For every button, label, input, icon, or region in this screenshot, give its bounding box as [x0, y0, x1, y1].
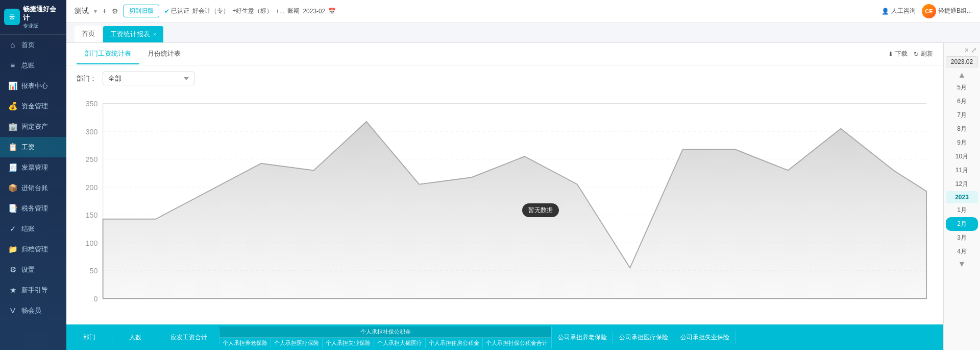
sub-tab-monthly-stats[interactable]: 月份统计表	[139, 44, 189, 64]
consult-icon: 👤	[881, 8, 889, 15]
tabs-bar: 首页 工资统计报表 ×	[66, 22, 980, 43]
sidebar-item-label: 首页	[21, 40, 58, 50]
sidebar-item-salary[interactable]: 📋 工资	[0, 137, 66, 157]
dropdown-arrow-icon[interactable]: ▾	[94, 8, 97, 15]
col-personal-total: 个人承担社保公积金合计	[483, 338, 551, 348]
sidebar-item-fixed-assets[interactable]: 🏢 固定资产	[0, 116, 66, 137]
sub-tab-monthly-stats-label: 月份统计表	[148, 50, 181, 57]
filter-bar: 部门： 全部 研发部 销售部 行政部 财务部	[66, 65, 943, 91]
svg-text:0: 0	[93, 294, 97, 302]
month-item-12[interactable]: 12月	[946, 177, 978, 191]
main-content: 部门工资统计表 月份统计表 ⬇ 下载 ↻ 刷新	[66, 43, 943, 350]
sidebar-item-archive-mgmt[interactable]: 📁 归档管理	[0, 239, 66, 260]
sidebar-item-fund-mgmt[interactable]: 💰 资金管理	[0, 96, 66, 116]
date-nav-down-icon[interactable]: ▼	[957, 259, 967, 270]
sidebar-item-label: 资金管理	[21, 102, 58, 111]
home-icon: ⌂	[8, 40, 17, 49]
sidebar-item-settings[interactable]: ⚙ 设置	[0, 260, 66, 280]
download-icon: ⬇	[888, 51, 893, 58]
dept-filter-select[interactable]: 全部 研发部 销售部 行政部 财务部	[103, 72, 194, 85]
sidebar-item-home[interactable]: ⌂ 首页	[0, 35, 66, 55]
sidebar-item-new-guide[interactable]: ★ 新手引导	[0, 280, 66, 300]
month-item-6[interactable]: 6月	[946, 95, 978, 108]
sidebar-item-general-ledger[interactable]: ≡ 总账	[0, 55, 66, 76]
col-dept: 部门	[66, 331, 112, 344]
sidebar-item-tax-mgmt[interactable]: 📑 税务管理	[0, 198, 66, 219]
month-item-11[interactable]: 11月	[946, 164, 978, 177]
sidebar-logo: 云 畅捷通好会计 专业版	[0, 0, 66, 35]
main-area: 测试 ▾ + ⚙ 切到旧版 ✔ 已认证 好会计（专） +好生意（标） +... …	[66, 0, 980, 350]
svg-text:150: 150	[86, 211, 98, 219]
month-item-8[interactable]: 8月	[946, 122, 978, 136]
sidebar-nav: ⌂ 首页 ≡ 总账 📊 报表中心 💰 资金管理 🏢 固定资产 📋 工资 🧾 发票…	[0, 35, 66, 350]
tab-close-icon[interactable]: ×	[153, 31, 156, 37]
month-item-mar[interactable]: 3月	[946, 231, 978, 245]
col-personal-pension: 个人承担养老保险	[219, 338, 271, 348]
add-button[interactable]: +	[102, 7, 107, 16]
member-icon: V	[8, 306, 17, 315]
svg-text:50: 50	[90, 267, 98, 275]
refresh-button[interactable]: ↻ 刷新	[914, 50, 933, 58]
gear-button[interactable]: ⚙	[112, 7, 118, 15]
sidebar-item-label: 总账	[21, 61, 58, 70]
fund-icon: 💰	[8, 102, 17, 111]
sidebar-item-label: 进销台账	[21, 183, 58, 193]
sidebar-item-label: 固定资产	[21, 122, 58, 131]
edition-label: 专业版	[23, 22, 62, 29]
sidebar-item-label: 设置	[21, 265, 58, 274]
assets-icon: 🏢	[8, 122, 17, 131]
sidebar-item-report-center[interactable]: 📊 报表中心	[0, 76, 66, 96]
sub-tabs: 部门工资统计表 月份统计表 ⬇ 下载 ↻ 刷新	[66, 43, 943, 65]
switch-old-version-button[interactable]: 切到旧版	[124, 5, 159, 17]
sidebar-item-label: 工资	[21, 143, 58, 152]
col-company-medical: 公司承担医疗保险	[613, 331, 674, 344]
download-button[interactable]: ⬇ 下载	[888, 50, 908, 58]
year-label-2023: 2023	[946, 191, 978, 203]
sidebar-item-label: 归档管理	[21, 245, 58, 254]
topbar-right: 👤 人工咨询 CE 轻捷通B组...	[881, 4, 972, 18]
sidebar-item-label: 税务管理	[21, 204, 58, 213]
calendar-icon[interactable]: 📅	[328, 8, 336, 15]
month-item-jan[interactable]: 1月	[946, 203, 978, 217]
panel-expand-icon[interactable]: ⤢	[971, 46, 977, 54]
salary-icon: 📋	[8, 143, 17, 152]
panel-close-icon[interactable]: ×	[965, 46, 969, 54]
sidebar-item-settlement[interactable]: ✓ 结账	[0, 219, 66, 239]
tab-home[interactable]: 首页	[75, 26, 102, 42]
month-item-7[interactable]: 7月	[946, 108, 978, 122]
sidebar-item-sales-ledger[interactable]: 📦 进销台账	[0, 178, 66, 198]
brand-name: 畅捷通好会计	[23, 5, 62, 22]
month-item-9[interactable]: 9月	[946, 136, 978, 150]
month-item-5[interactable]: 5月	[946, 81, 978, 95]
month-item-feb[interactable]: 2月	[946, 217, 978, 231]
tab-home-label: 首页	[82, 29, 95, 38]
sidebar-item-membership[interactable]: V 畅会员	[0, 300, 66, 321]
col-total-salary: 应发工资合计	[158, 331, 219, 344]
right-panel: × ⤢ 2023.02 ▲ 5月 6月 7月 8月 9月 10月 11月 12月…	[943, 43, 980, 350]
ledger-icon: ≡	[8, 61, 17, 69]
topbar: 测试 ▾ + ⚙ 切到旧版 ✔ 已认证 好会计（专） +好生意（标） +... …	[66, 0, 980, 22]
sub-tabs-actions: ⬇ 下载 ↻ 刷新	[888, 50, 933, 58]
date-nav-up-icon[interactable]: ▲	[957, 69, 967, 81]
tax-icon: 📑	[8, 204, 17, 213]
sidebar-item-label: 报表中心	[21, 81, 58, 90]
sub-tab-dept-salary[interactable]: 部门工资统计表	[77, 44, 139, 64]
table-footer: 部门 人数 应发工资合计 个人承担社保公积金 个人承担养老保险 个人承担医疗保险…	[66, 324, 943, 350]
user-avatar-area[interactable]: CE 轻捷通B组...	[922, 4, 972, 18]
chart-svg: 350 300 250 200 150 100 50 0	[77, 97, 933, 319]
product-badge-more: +...	[276, 8, 284, 15]
sidebar-item-label: 畅会员	[21, 306, 58, 315]
sidebar-item-invoice-mgmt[interactable]: 🧾 发票管理	[0, 157, 66, 178]
sidebar: 云 畅捷通好会计 专业版 ⌂ 首页 ≡ 总账 📊 报表中心 💰 资金管理 🏢 固…	[0, 0, 66, 350]
month-item-10[interactable]: 10月	[946, 150, 978, 164]
topbar-badges: ✔ 已认证 好会计（专） +好生意（标） +... 账期 2023-02 📅	[164, 7, 876, 15]
col-company-unemployment: 公司承担失业保险	[674, 331, 736, 344]
tab-salary-report[interactable]: 工资统计报表 ×	[103, 26, 163, 42]
human-consult-button[interactable]: 👤 人工咨询	[881, 7, 916, 15]
col-company-pension: 公司承担养老保险	[552, 331, 613, 344]
month-item-apr[interactable]: 4月	[946, 245, 978, 259]
period-value: 2023-02	[303, 8, 325, 15]
svg-text:100: 100	[86, 239, 98, 247]
dept-filter-label: 部门：	[77, 74, 96, 83]
user-avatar: CE	[922, 4, 936, 18]
